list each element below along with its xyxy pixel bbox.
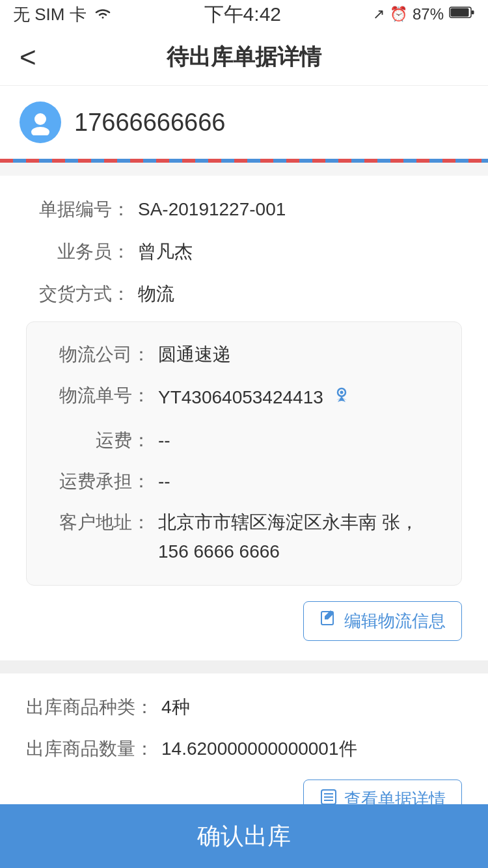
staff-row: 业务员： 曾凡杰 — [26, 237, 462, 267]
status-bar: 无 SIM 卡 下午4:42 ↗ ⏰ 87% — [0, 0, 488, 29]
logistics-company-label: 物流公司： — [46, 340, 150, 370]
document-info-section: 单据编号： SA-20191227-001 业务员： 曾凡杰 交货方式： 物流 … — [0, 176, 488, 660]
wifi-icon — [93, 5, 113, 25]
goods-quantity-row: 出库商品数量： 14.620000000000001件 — [26, 735, 462, 764]
freight-label: 运费： — [46, 426, 150, 455]
svg-rect-2 — [471, 10, 474, 14]
tracking-location-icon[interactable] — [331, 381, 352, 414]
dashed-divider — [0, 159, 488, 163]
avatar — [20, 102, 61, 143]
logistics-company-value: 圆通速递 — [158, 340, 442, 370]
logistics-company-row: 物流公司： 圆通速递 — [46, 340, 442, 370]
address-value: 北京市市辖区海淀区永丰南 张，156 6666 6666 — [158, 508, 442, 567]
delivery-method: 物流 — [138, 280, 462, 309]
freight-bearer-value: -- — [158, 467, 442, 496]
location-status-icon: ↗ — [373, 6, 385, 23]
page-title: 待出库单据详情 — [167, 42, 321, 72]
staff-name: 曾凡杰 — [138, 237, 462, 267]
section-separator — [0, 660, 488, 673]
doc-number-row: 单据编号： SA-20191227-001 — [26, 195, 462, 224]
tracking-label: 物流单号： — [46, 381, 150, 411]
doc-number-value: SA-20191227-001 — [138, 195, 462, 224]
customer-row: 17666666666 — [0, 86, 488, 159]
tracking-number: YT43064053424413 — [158, 383, 323, 413]
status-time: 下午4:42 — [204, 1, 281, 28]
svg-point-3 — [34, 113, 46, 125]
battery-icon — [449, 5, 475, 23]
address-text: 北京市市辖区海淀区永丰南 张，156 6666 6666 — [158, 508, 442, 567]
goods-quantity-value: 14.620000000000001件 — [161, 735, 462, 764]
tracking-row: 物流单号： YT43064053424413 — [46, 381, 442, 414]
carrier-text: 无 SIM 卡 — [13, 3, 87, 26]
customer-phone: 17666666666 — [74, 109, 225, 137]
back-button[interactable]: < — [20, 41, 36, 74]
edit-logistics-label: 编辑物流信息 — [344, 610, 446, 632]
svg-point-4 — [31, 127, 49, 135]
goods-types-row: 出库商品种类： 4种 — [26, 693, 462, 722]
address-label: 客户地址： — [46, 508, 150, 537]
goods-quantity-label: 出库商品数量： — [26, 735, 154, 764]
status-right: ↗ ⏰ 87% — [373, 5, 475, 23]
freight-row: 运费： -- — [46, 426, 442, 455]
staff-label: 业务员： — [26, 237, 130, 267]
delivery-row: 交货方式： 物流 — [26, 280, 462, 309]
address-row: 客户地址： 北京市市辖区海淀区永丰南 张，156 6666 6666 — [46, 508, 442, 567]
confirm-bar[interactable]: 确认出库 — [0, 804, 488, 868]
tracking-value: YT43064053424413 — [158, 381, 442, 414]
goods-types-value: 4种 — [161, 693, 462, 722]
edit-icon — [319, 610, 338, 632]
svg-rect-1 — [450, 8, 468, 17]
edit-logistics-btn-container: 编辑物流信息 — [26, 601, 462, 641]
confirm-btn-label: 确认出库 — [197, 821, 291, 852]
battery-text: 87% — [413, 5, 444, 23]
freight-bearer-row: 运费承担： -- — [46, 467, 442, 496]
logistics-card: 物流公司： 圆通速递 物流单号： YT43064053424413 运费： -- — [26, 321, 462, 585]
status-left: 无 SIM 卡 — [13, 3, 113, 26]
nav-bar: < 待出库单据详情 — [0, 29, 488, 86]
svg-point-6 — [340, 391, 343, 394]
delivery-label: 交货方式： — [26, 280, 130, 309]
edit-logistics-button[interactable]: 编辑物流信息 — [303, 601, 462, 641]
alarm-icon: ⏰ — [390, 6, 407, 23]
freight-bearer-label: 运费承担： — [46, 467, 150, 496]
goods-types-label: 出库商品种类： — [26, 693, 154, 722]
doc-number-label: 单据编号： — [26, 195, 130, 224]
freight-value: -- — [158, 426, 442, 455]
